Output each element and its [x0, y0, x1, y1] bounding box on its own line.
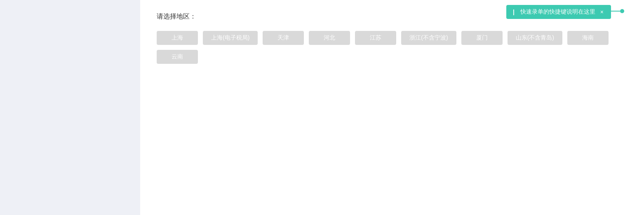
sidebar — [0, 0, 140, 215]
region-button-zhejiang[interactable]: 浙江(不含宁波) — [401, 31, 456, 45]
tooltip-text: 快速录单的快捷键说明在这里 — [520, 8, 595, 16]
region-button-yunnan[interactable]: 云南 — [157, 50, 198, 64]
connector-line — [608, 11, 620, 12]
dot-indicator — [620, 9, 624, 13]
region-buttons: 上海上海(电子税局)天津河北江苏浙江(不含宁波)厦门山东(不含青岛)海南云南 — [157, 31, 628, 64]
tooltip-close-button[interactable]: × — [599, 9, 604, 15]
region-button-shandong[interactable]: 山东(不含青岛) — [508, 31, 562, 45]
tooltip-banner: 快速录单的快捷键说明在这里 × — [506, 5, 611, 19]
region-button-xiamen[interactable]: 厦门 — [461, 31, 503, 45]
region-button-jiangsu[interactable]: 江苏 — [355, 31, 396, 45]
region-button-tianjin[interactable]: 天津 — [263, 31, 304, 45]
region-button-hainan[interactable]: 海南 — [567, 31, 609, 45]
region-button-shanghai-etax[interactable]: 上海(电子税局) — [203, 31, 258, 45]
region-button-hebei[interactable]: 河北 — [309, 31, 350, 45]
main-content: 请选择地区： 上海上海(电子税局)天津河北江苏浙江(不含宁波)厦门山东(不含青岛… — [140, 0, 644, 215]
region-button-shanghai[interactable]: 上海 — [157, 31, 198, 45]
